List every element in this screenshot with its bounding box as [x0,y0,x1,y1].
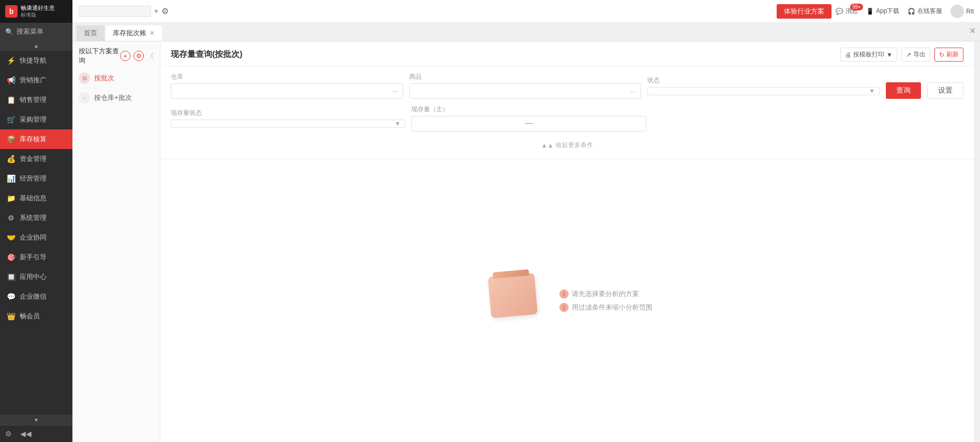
stock-status-label: 现存量状态 [171,109,405,117]
goods-label: 商品 [409,72,642,81]
stock-main-field: 现存量（主） — [411,105,646,131]
sidebar-item-inventory[interactable]: 📦 库存核算 [0,129,72,149]
field-settings-button[interactable]: 设置 [927,82,963,99]
online-service-item[interactable]: 🎧 在线客服 [908,7,942,16]
settings-gear-icon[interactable]: ⚙ [161,6,169,16]
goods-field: 商品 ··· [409,72,642,99]
sidebar-item-sales[interactable]: 📋 销售管理 [0,90,72,110]
filter-item-wb-label: 按仓库+批次 [94,93,132,102]
tab-inventory-label: 库存批次账 [113,28,146,38]
app-download-label: App下载 [876,7,899,16]
stock-status-field: 现存量状态 ▼ [171,109,405,128]
content-area: 现存量查询(按批次) 🖨 按模板打印 ▼ ↗ 导出 ↻ 刷新 [160,41,974,442]
warehouse-batch-scheme-icon: ○ [79,92,90,104]
sidebar-item-marketing[interactable]: 📢 营销推广 [0,70,72,90]
search-menu-item[interactable]: 🔍 搜索菜单 [0,23,72,40]
page-title: 现存量查询(按批次) [171,49,243,60]
sidebar-item-collab[interactable]: 🤝 企业协同 [0,228,72,247]
scroll-down-btn[interactable]: ▼ [0,415,72,425]
sidebar-item-label: 应用中心 [20,272,47,282]
collapse-sidebar-icon[interactable]: ◀◀ [20,430,32,438]
scroll-up-btn[interactable]: ▲ [0,40,72,51]
page-area: 按以下方案查询 + ⚙ 《 ⊙ 按批次 ○ 按仓库+批次 现存量查询(按批次) [72,41,980,442]
page-header-actions: 🖨 按模板打印 ▼ ↗ 导出 ↻ 刷新 [840,48,963,62]
condition-row-1: 仓库 ··· 商品 ··· 状态 [171,72,963,99]
goods-input[interactable] [414,87,631,95]
print-chevron-icon: ▼ [886,51,893,58]
collab-icon: 🤝 [6,233,16,242]
status-select[interactable]: ▼ [647,87,880,95]
sidebar-item-wechat[interactable]: 💬 企业微信 [0,287,72,306]
sidebar-item-apps[interactable]: 🔲 应用中心 [0,267,72,287]
user-avatar [951,5,964,18]
warehouse-input-wrap[interactable]: ··· [171,83,403,99]
sidebar-item-guide[interactable]: 🎯 新手引导 [0,247,72,267]
warehouse-field: 仓库 ··· [171,72,403,99]
apps-icon: 🔲 [6,272,16,282]
member-icon: 👑 [6,312,16,321]
refresh-button[interactable]: ↻ 刷新 [934,48,963,62]
app-logo: b 畅康通好生意 标准版 [0,0,72,23]
empty-hints: 1 请先选择要分析的方案 2 用过滤条件来缩小分析范围 [559,289,652,312]
tab-inventory-batch[interactable]: 库存批次账 ✕ [106,25,162,41]
empty-box-illustration [488,273,538,318]
marketing-icon: 📢 [6,76,16,85]
collapse-icon: ▲▲ [541,142,554,149]
app-download-item[interactable]: 📱 App下载 [866,7,899,16]
sidebar-item-label: 畅会员 [20,312,40,321]
stock-main-from-input[interactable] [416,120,525,128]
tab-home-label: 首页 [84,28,97,38]
sidebar-item-system[interactable]: ⚙ 系统管理 [0,208,72,228]
stock-status-select[interactable]: ▼ [171,120,405,128]
trial-button[interactable]: 体验行业方案 [777,4,831,19]
right-scrollbar[interactable] [974,41,980,442]
collapse-panel-icon[interactable]: 《 [147,51,154,61]
sidebar-item-label: 基础信息 [20,194,47,203]
app-name: 畅康通好生意 [21,4,55,11]
status-label: 状态 [647,76,880,85]
close-all-tabs-icon[interactable]: ✕ [969,26,976,38]
export-label: 导出 [913,50,926,59]
sidebar: b 畅康通好生意 标准版 🔍 搜索菜单 ▲ ⚡ 快捷导航 📢 营销推广 📋 销售… [0,0,72,442]
status-chevron-icon: ▼ [869,87,875,95]
message-item[interactable]: 💬 消息 99+ [836,7,858,16]
print-button[interactable]: 🖨 按模板打印 ▼ [840,48,897,62]
page-header: 现存量查询(按批次) 🖨 按模板打印 ▼ ↗ 导出 ↻ 刷新 [160,41,974,66]
tab-close-icon[interactable]: ✕ [150,30,155,37]
warehouse-input[interactable] [175,87,392,95]
sidebar-item-quicknav[interactable]: ⚡ 快捷导航 [0,51,72,70]
topbar: ▼ ⚙ 体验行业方案 💬 消息 99+ 📱 App下载 🎧 在线客服 Rit [72,0,980,23]
query-button[interactable]: 查询 [886,82,921,99]
sidebar-item-operation[interactable]: 📊 经营管理 [0,169,72,188]
settings-icon[interactable]: ⚙ [5,430,12,438]
add-scheme-button[interactable]: + [120,51,130,61]
wechat-icon: 💬 [6,292,16,301]
breadcrumb-input[interactable] [79,6,151,17]
sidebar-item-finance[interactable]: 💰 资金管理 [0,149,72,169]
search-menu-label: 搜索菜单 [17,27,43,36]
sidebar-item-member[interactable]: 👑 畅会员 [0,306,72,326]
warehouse-more-icon[interactable]: ··· [392,87,398,95]
message-icon: 💬 [836,8,843,15]
filter-item-by-batch[interactable]: ⊙ 按批次 [72,68,160,88]
goods-more-icon[interactable]: ··· [631,87,637,95]
app-version: 标准版 [21,11,55,19]
stock-main-input-wrap[interactable]: — [411,116,646,131]
guide-icon: 🎯 [6,253,16,262]
sidebar-item-purchase[interactable]: 🛒 采购管理 [0,110,72,129]
collapse-more-btn[interactable]: ▲▲ 收起更多条件 [171,138,963,153]
filter-item-by-warehouse-batch[interactable]: ○ 按仓库+批次 [72,88,160,108]
collapse-label: 收起更多条件 [556,141,593,150]
settings-scheme-button[interactable]: ⚙ [133,51,144,61]
sidebar-bottom: ⚙ ◀◀ [0,425,72,442]
user-item[interactable]: Rit [951,5,974,18]
goods-input-wrap[interactable]: ··· [409,83,642,99]
export-button[interactable]: ↗ 导出 [901,48,930,62]
step-2-circle: 2 [559,303,569,312]
refresh-icon: ↻ [939,51,944,58]
sidebar-item-basic[interactable]: 📁 基础信息 [0,188,72,208]
stock-main-to-input[interactable] [533,120,642,128]
tab-home[interactable]: 首页 [77,25,105,41]
basic-icon: 📁 [6,194,16,203]
sidebar-item-label: 系统管理 [20,213,47,223]
